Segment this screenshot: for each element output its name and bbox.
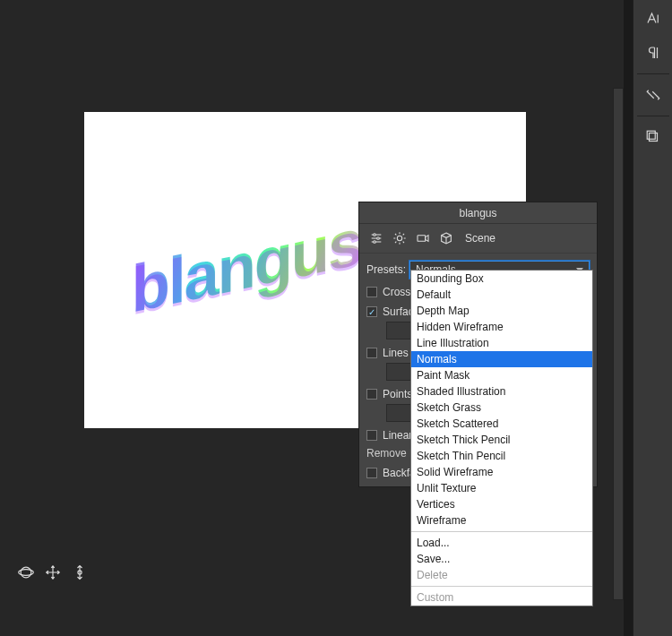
preset-save[interactable]: Save... (411, 551, 592, 567)
preset-option[interactable]: Wireframe (411, 512, 592, 529)
presets-label: Presets: (366, 263, 409, 276)
preset-option[interactable]: Paint Mask (411, 367, 592, 383)
pan-icon[interactable] (43, 563, 63, 582)
preset-option[interactable]: Shaded Illustration (411, 383, 592, 400)
preset-load[interactable]: Load... (411, 535, 592, 551)
svg-point-13 (374, 241, 376, 244)
preset-option[interactable]: Sketch Grass (411, 400, 592, 416)
preset-option[interactable]: Vertices (411, 496, 592, 512)
points-label: Points (383, 388, 412, 400)
canvas-3d-tools (16, 563, 90, 582)
panel-tab-row: Scene (359, 224, 597, 254)
canvas-3d-text[interactable]: blangus (132, 203, 361, 327)
preset-custom: Custom (411, 589, 592, 606)
camera-icon[interactable] (413, 228, 433, 248)
svg-rect-4 (647, 131, 655, 139)
preset-option[interactable]: Sketch Scattered (411, 416, 592, 432)
artboards-icon[interactable] (637, 122, 669, 152)
preset-option[interactable]: Sketch Thick Pencil (411, 432, 592, 448)
tools-icon[interactable] (637, 80, 669, 110)
preset-option[interactable]: Line Illustration (411, 335, 592, 351)
svg-point-14 (397, 236, 401, 240)
preset-option[interactable]: Depth Map (411, 303, 592, 319)
svg-point-12 (377, 237, 380, 240)
svg-rect-15 (418, 236, 426, 242)
preset-option[interactable]: Normals (411, 351, 592, 367)
mesh-icon[interactable] (436, 228, 456, 248)
preset-option[interactable]: Bounding Box (411, 271, 592, 287)
char-styles-icon[interactable] (637, 4, 669, 34)
preset-option[interactable]: Sketch Thin Pencil (411, 448, 592, 464)
scene-tab[interactable]: Scene (460, 230, 501, 246)
svg-point-11 (374, 234, 376, 236)
lines-label: Lines (383, 347, 409, 359)
preset-delete: Delete (411, 567, 592, 583)
preset-option[interactable]: Solid Wireframe (411, 464, 592, 480)
preset-option[interactable]: Unlit Texture (411, 480, 592, 496)
right-gutter (624, 0, 633, 636)
right-toolbar (633, 0, 672, 636)
paragraph-icon[interactable] (637, 38, 669, 68)
orbit-icon[interactable] (16, 563, 36, 582)
dolly-icon[interactable] (70, 563, 90, 582)
panel-scrollbar[interactable] (613, 88, 624, 600)
svg-point-5 (21, 567, 31, 578)
light-icon[interactable] (390, 228, 409, 248)
presets-dropdown[interactable]: Bounding BoxDefaultDepth MapHidden Wiref… (410, 270, 593, 606)
panel-title: blangus (359, 202, 597, 224)
settings-icon[interactable] (366, 228, 386, 248)
svg-rect-3 (649, 133, 657, 142)
preset-option[interactable]: Default (411, 287, 592, 303)
preset-option[interactable]: Hidden Wireframe (411, 319, 592, 335)
